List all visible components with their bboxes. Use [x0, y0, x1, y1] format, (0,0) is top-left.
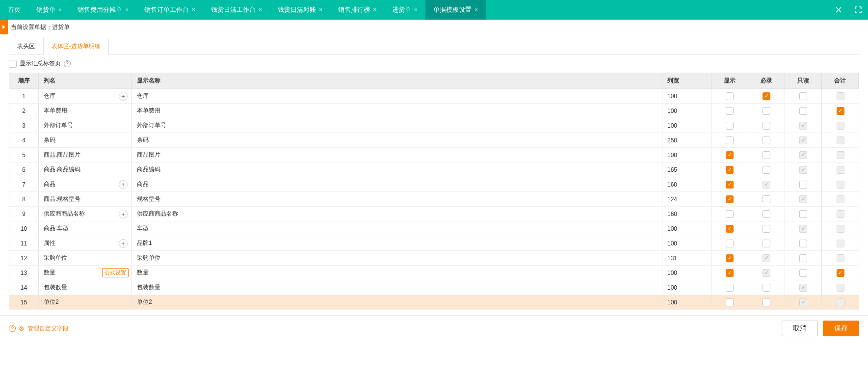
required-checkbox[interactable] [763, 225, 770, 233]
add-column-icon[interactable]: + [119, 180, 128, 189]
table-row[interactable]: 7商品+商品160 [9, 177, 859, 192]
cell-display[interactable]: 包装数量 [132, 280, 662, 295]
show-summary-checkbox[interactable] [9, 60, 17, 68]
manage-custom-fields-link[interactable]: 管理自定义字段 [27, 325, 69, 333]
cell-display[interactable]: 商品编码 [132, 162, 662, 177]
section-tab[interactable]: 表头区 [9, 38, 43, 54]
tab-close-icon[interactable]: × [125, 6, 129, 13]
close-all-icon[interactable] [829, 0, 848, 20]
settings-icon[interactable]: ⚙ [19, 325, 25, 332]
cell-width[interactable]: 100 [662, 280, 711, 295]
cell-display[interactable]: 规格型号 [132, 192, 662, 206]
readonly-checkbox[interactable] [799, 269, 807, 277]
cell-display[interactable]: 数量 [132, 266, 662, 280]
readonly-checkbox[interactable] [799, 92, 807, 100]
show-checkbox[interactable] [726, 210, 734, 218]
table-row[interactable]: 1仓库+仓库100 [9, 89, 859, 104]
show-checkbox[interactable] [726, 298, 734, 306]
top-tab[interactable]: 进货单× [384, 0, 425, 20]
cell-width[interactable]: 100 [662, 221, 711, 236]
cell-width[interactable]: 100 [662, 295, 711, 309]
table-row[interactable]: 5商品.商品图片商品图片100 [9, 148, 859, 162]
table-row[interactable]: 9供应商商品名称+供应商商品名称160 [9, 207, 859, 221]
cell-display[interactable]: 商品图片 [132, 148, 662, 162]
cell-display[interactable]: 仓库 [132, 89, 662, 103]
top-tab[interactable]: 首页 [0, 0, 28, 20]
table-row[interactable]: 8商品.规格型号规格型号124 [9, 192, 859, 207]
cell-width[interactable]: 160 [662, 177, 711, 191]
table-row[interactable]: 14包装数量包装数量100 [9, 280, 859, 295]
show-checkbox[interactable] [726, 136, 734, 144]
cell-display[interactable]: 本单费用 [132, 104, 662, 118]
required-checkbox[interactable] [763, 195, 770, 203]
required-checkbox[interactable] [763, 151, 770, 159]
show-checkbox[interactable] [726, 181, 734, 189]
top-tab[interactable]: 销售订单工作台× [136, 0, 203, 20]
show-checkbox[interactable] [726, 240, 734, 247]
table-row[interactable]: 10商品.车型车型100 [9, 221, 859, 236]
required-checkbox[interactable] [763, 298, 770, 306]
help-icon[interactable]: ? [64, 60, 71, 67]
tab-close-icon[interactable]: × [474, 6, 478, 13]
cell-width[interactable]: 100 [662, 118, 711, 133]
show-checkbox[interactable] [726, 269, 734, 277]
required-checkbox[interactable] [763, 210, 770, 218]
cell-width[interactable]: 100 [662, 89, 711, 103]
show-checkbox[interactable] [726, 107, 734, 115]
section-tab[interactable]: 表体区-进货单明细 [43, 38, 109, 54]
add-column-icon[interactable]: + [119, 92, 128, 101]
total-checkbox[interactable] [837, 107, 844, 115]
required-checkbox[interactable] [763, 122, 770, 130]
tab-close-icon[interactable]: × [259, 6, 262, 13]
readonly-checkbox[interactable] [799, 107, 807, 115]
table-row[interactable]: 4条码条码250 [9, 133, 859, 148]
show-checkbox[interactable] [726, 166, 734, 174]
footer-help-icon[interactable]: ? [9, 325, 16, 332]
readonly-checkbox[interactable] [799, 240, 807, 247]
required-checkbox[interactable] [763, 240, 770, 247]
required-checkbox[interactable] [763, 92, 770, 100]
total-checkbox[interactable] [837, 269, 844, 277]
table-row[interactable]: 12采购单位采购单位131 [9, 251, 859, 266]
tab-close-icon[interactable]: × [414, 6, 418, 13]
tab-close-icon[interactable]: × [373, 6, 376, 13]
cell-display[interactable]: 单位2 [132, 295, 662, 309]
top-tab[interactable]: 钱货日清工作台× [203, 0, 270, 20]
cell-display[interactable]: 车型 [132, 221, 662, 236]
add-column-icon[interactable]: + [119, 210, 128, 218]
show-checkbox[interactable] [726, 254, 734, 262]
table-row[interactable]: 6商品.商品编码商品编码165 [9, 162, 859, 177]
top-tab[interactable]: 单据模板设置× [425, 0, 486, 20]
cell-display[interactable]: 商品 [132, 177, 662, 191]
cell-width[interactable]: 100 [662, 148, 711, 162]
top-tab[interactable]: 销货单× [28, 0, 70, 20]
cell-width[interactable]: 165 [662, 162, 711, 177]
table-row[interactable]: 11属性+品牌1100 [9, 236, 859, 251]
required-checkbox[interactable] [763, 136, 770, 144]
cell-display[interactable]: 品牌1 [132, 236, 662, 250]
cell-width[interactable]: 160 [662, 207, 711, 221]
cell-width[interactable]: 250 [662, 133, 711, 147]
cell-width[interactable]: 131 [662, 251, 711, 265]
tab-close-icon[interactable]: × [319, 6, 322, 13]
readonly-checkbox[interactable] [799, 210, 807, 218]
cell-display[interactable]: 采购单位 [132, 251, 662, 265]
fullscreen-icon[interactable] [848, 0, 868, 20]
show-checkbox[interactable] [726, 92, 734, 100]
required-checkbox[interactable] [763, 166, 770, 174]
show-checkbox[interactable] [726, 284, 734, 292]
cancel-button[interactable]: 取消 [782, 321, 818, 336]
cell-display[interactable]: 外部订单号 [132, 118, 662, 133]
tab-close-icon[interactable]: × [58, 6, 62, 13]
readonly-checkbox[interactable] [799, 181, 807, 189]
formula-button[interactable]: 公式设置 [102, 268, 129, 277]
tab-close-icon[interactable]: × [192, 6, 195, 13]
show-checkbox[interactable] [726, 225, 734, 233]
expand-chevron-icon[interactable] [0, 20, 8, 34]
table-row[interactable]: 13数量公式设置数量100 [9, 266, 859, 280]
save-button[interactable]: 保存 [823, 321, 859, 336]
table-row[interactable]: 2本单费用本单费用100 [9, 104, 859, 118]
show-checkbox[interactable] [726, 195, 734, 203]
top-tab[interactable]: 钱货日清对账× [270, 0, 330, 20]
top-tab[interactable]: 销售费用分摊单× [70, 0, 136, 20]
